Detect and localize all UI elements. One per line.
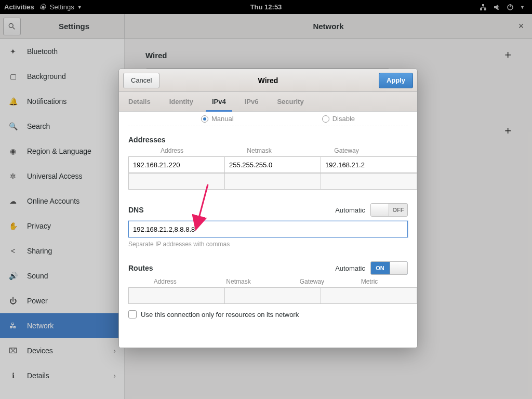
cloud-icon: ☁ [8, 197, 18, 205]
routes-title: Routes [128, 264, 153, 272]
window-close-button[interactable]: × [515, 21, 527, 32]
bluetooth-icon: ✦ [8, 47, 18, 56]
sidebar-item-label: Sound [27, 272, 48, 280]
svg-point-6 [9, 23, 13, 28]
network-icon: 🖧 [8, 322, 18, 330]
gateway-input[interactable] [321, 173, 417, 190]
accessibility-icon: ✲ [8, 172, 18, 180]
sidebar-item-devices[interactable]: ⌧Devices› [0, 338, 124, 363]
address-row-empty: ✕ [128, 173, 408, 190]
address-input[interactable] [128, 173, 224, 190]
ipv4-method-manual[interactable]: Manual [201, 115, 234, 123]
sidebar-item-bluetooth[interactable]: ✦Bluetooth [0, 39, 124, 64]
sidebar-item-region[interactable]: ◉Region & Language [0, 139, 124, 164]
col-netmask: Netmask [216, 147, 303, 154]
routes-automatic-toggle[interactable]: ON [370, 261, 408, 275]
sidebar-item-privacy[interactable]: ✋Privacy [0, 214, 124, 238]
sidebar-item-label: Power [27, 297, 48, 305]
sidebar-item-label: Notifications [27, 97, 66, 105]
sidebar-item-universal-access[interactable]: ✲Universal Access [0, 164, 124, 189]
activities-button[interactable]: Activities [4, 3, 34, 11]
window-titlebar: Settings Network × [0, 14, 532, 39]
gnome-top-bar: Activities Settings ▼ Thu 12:53 ▼ [0, 0, 532, 14]
settings-title: Settings [24, 22, 124, 31]
col-gateway: Gateway [275, 278, 349, 285]
route-metric-input[interactable] [417, 287, 417, 304]
col-gateway: Gateway [303, 147, 390, 154]
sidebar-item-label: Devices [27, 347, 53, 355]
sidebar-item-label: Online Accounts [27, 197, 79, 205]
col-metric: Metric [349, 278, 390, 285]
address-row: ✕ [128, 156, 408, 173]
routes-automatic-label: Automatic [335, 264, 365, 272]
search-button[interactable] [3, 18, 21, 35]
tab-security[interactable]: Security [268, 92, 313, 111]
sidebar-item-label: Sharing [27, 247, 52, 255]
svg-rect-5 [510, 4, 511, 7]
app-menu[interactable]: Settings ▼ [39, 3, 82, 11]
dialog-title: Wired [258, 76, 278, 85]
tab-details[interactable]: Details [119, 92, 160, 111]
dns-automatic-toggle[interactable]: OFF [370, 203, 408, 217]
sidebar-item-label: Bluetooth [27, 47, 58, 56]
wired-settings-dialog: Cancel Wired Apply Details Identity IPv4… [118, 69, 418, 348]
sidebar-item-sound[interactable]: 🔊Sound [0, 263, 124, 288]
toggle-on-label: ON [371, 262, 389, 274]
netmask-input[interactable] [224, 156, 321, 173]
globe-icon: ◉ [8, 147, 18, 155]
add-vpn-button[interactable]: + [504, 124, 511, 138]
chevron-right-icon: › [113, 371, 116, 380]
route-netmask-input[interactable] [224, 287, 321, 304]
dns-title: DNS [128, 206, 144, 214]
settings-icon [39, 4, 47, 11]
sidebar-item-sharing[interactable]: <Sharing [0, 238, 124, 263]
only-resources-checkbox[interactable] [128, 310, 137, 318]
only-resources-label: Use this connection only for resources o… [141, 311, 299, 318]
dns-hint: Separate IP addresses with commas [128, 241, 408, 248]
sidebar-item-label: Network [27, 322, 54, 330]
volume-icon[interactable] [493, 4, 500, 11]
dns-servers-input[interactable] [128, 221, 408, 237]
sidebar-item-label: Details [27, 371, 49, 380]
cancel-button[interactable]: Cancel [123, 73, 159, 88]
sidebar-item-notifications[interactable]: 🔔Notifications [0, 89, 124, 114]
route-gateway-input[interactable] [321, 287, 417, 304]
route-address-input[interactable] [128, 287, 224, 304]
apply-button[interactable]: Apply [379, 73, 413, 88]
netmask-input[interactable] [224, 173, 321, 190]
power-icon: ⏻ [8, 297, 18, 305]
tab-ipv4[interactable]: IPv4 [203, 92, 235, 111]
sidebar-item-search[interactable]: 🔍Search [0, 114, 124, 139]
search-icon [8, 23, 16, 30]
search-icon: 🔍 [8, 122, 18, 130]
sidebar-item-background[interactable]: ▢Background [0, 64, 124, 89]
sidebar-item-network[interactable]: 🖧Network [0, 313, 124, 338]
background-icon: ▢ [8, 72, 18, 81]
gateway-input[interactable] [321, 156, 417, 173]
col-address: Address [128, 147, 216, 154]
tab-ipv6[interactable]: IPv6 [235, 92, 268, 111]
add-wired-button[interactable]: + [504, 48, 511, 62]
svg-point-0 [42, 6, 44, 8]
svg-rect-3 [482, 4, 484, 6]
addresses-title: Addresses [128, 136, 408, 144]
dialog-body: Manual Disable Addresses Address Netmask… [119, 112, 417, 348]
share-icon: < [8, 247, 18, 255]
details-icon: ℹ [8, 371, 18, 380]
app-menu-label: Settings [50, 3, 74, 11]
col-netmask: Netmask [202, 278, 275, 285]
address-input[interactable] [128, 156, 224, 173]
power-icon[interactable] [507, 4, 514, 11]
settings-sidebar: ✦Bluetooth ▢Background 🔔Notifications 🔍S… [0, 39, 125, 399]
clock[interactable]: Thu 12:53 [250, 3, 282, 11]
network-icon[interactable] [480, 4, 487, 11]
chevron-right-icon: › [113, 347, 116, 355]
tab-identity[interactable]: Identity [160, 92, 203, 111]
sidebar-item-power[interactable]: ⏻Power [0, 288, 124, 313]
ipv4-method-disable[interactable]: Disable [322, 115, 355, 123]
radio-icon [322, 115, 329, 123]
sidebar-item-label: Search [27, 122, 50, 130]
svg-rect-2 [484, 8, 486, 10]
sidebar-item-details[interactable]: ℹDetails› [0, 363, 124, 388]
sidebar-item-online-accounts[interactable]: ☁Online Accounts [0, 189, 124, 214]
